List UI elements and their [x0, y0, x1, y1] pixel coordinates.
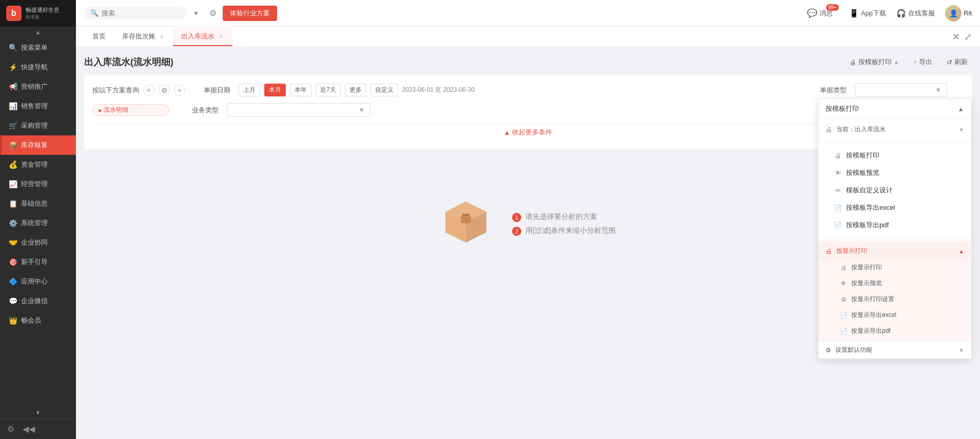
- dropdown-template-preview[interactable]: 👁 按模板预览: [818, 164, 971, 182]
- sidebar-bottom: ⚙ ◀◀: [0, 418, 76, 439]
- step-1-text: 请先选择要分析的方案: [525, 212, 597, 222]
- sidebar-item-guide[interactable]: 🎯 新手引导: [0, 252, 76, 272]
- dropdown-template-excel[interactable]: 📄 按模板导出excel: [818, 199, 971, 216]
- date-filter-label: 单据日期: [204, 86, 234, 95]
- search-dropdown-arrow[interactable]: ▼: [193, 10, 199, 17]
- sidebar-item-finance[interactable]: 💰 资金管理: [0, 155, 76, 174]
- scroll-up-arrow[interactable]: ▲: [0, 27, 76, 38]
- close-inout-flow-tab[interactable]: ×: [218, 33, 224, 40]
- sidebar-item-label: 系统管理: [21, 218, 48, 228]
- sidebar-item-shortcut[interactable]: ⚡ 快捷导航: [0, 57, 76, 77]
- filter-row-header: 按以下方案查询 ＋ ⚙ « 单据日期 上月 本月 本年 近7天 更多 自定义 2…: [92, 83, 964, 97]
- sidebar-item-appcenter[interactable]: 🔷 应用中心: [0, 272, 76, 291]
- active-filter-tag[interactable]: ● 流水明细: [92, 104, 169, 116]
- headset-icon: 🎧: [896, 9, 906, 18]
- dropdown-display-settings[interactable]: ⚙ 按显示打印设置: [818, 291, 971, 307]
- sidebar-item-purchase[interactable]: 🛒 采购管理: [0, 116, 76, 135]
- display-printer-icon: 🖨: [840, 264, 847, 271]
- more-dates-btn[interactable]: 更多: [345, 84, 366, 96]
- sidebar-item-member[interactable]: 👑 畅会员: [0, 311, 76, 330]
- app-badge: 标准版: [26, 14, 60, 21]
- app-download-button[interactable]: 📱 App下载: [849, 9, 886, 18]
- megaphone-icon: 📢: [9, 83, 17, 91]
- close-inventory-batch-tab[interactable]: ×: [159, 33, 165, 40]
- refresh-label: 刷新: [954, 57, 968, 67]
- date-filter-controls: 上月 本月 本年 近7天 更多 自定义 2023-06-01 至 2023-06…: [239, 84, 475, 96]
- last-month-btn[interactable]: 上月: [239, 84, 260, 96]
- search-icon: 🔍: [90, 9, 99, 17]
- dropdown-template-excel-label: 按模板导出excel: [846, 203, 895, 212]
- svg-rect-5: [462, 214, 469, 216]
- chart-icon: 📊: [9, 102, 17, 110]
- dropdown-footer[interactable]: ⚙ 设置默认功能 ▼: [818, 341, 971, 358]
- export-button[interactable]: ↑ 导出: [910, 55, 937, 69]
- sidebar-item-label: 经营管理: [21, 179, 48, 189]
- search-input[interactable]: [102, 9, 173, 17]
- pdf-icon: 📄: [834, 221, 842, 229]
- sidebar-item-sales[interactable]: 📊 销售管理: [0, 96, 76, 116]
- close-window-button[interactable]: ✕: [952, 31, 960, 43]
- tab-home[interactable]: 首页: [84, 28, 114, 46]
- main-area: 🔍 ▼ ⚙ 体验行业方案 💬 消息 99+ 📱 App下载 🎧 在线客服 👤: [76, 0, 980, 439]
- dropdown-current-header[interactable]: 🖨 当前：出入库流水 ▼: [818, 121, 971, 138]
- filter-settings-button[interactable]: ⚙: [159, 85, 170, 96]
- dropdown-display-print[interactable]: 🖨 按显示打印: [818, 260, 971, 275]
- tab-inout-flow[interactable]: 出入库流水 ×: [173, 28, 232, 46]
- customer-service-label: 在线客服: [908, 9, 935, 18]
- page-header: 出入库流水(流水明细) 🖨 按模板打印 ▲ ↑ 导出 ↺ 刷新: [84, 55, 972, 69]
- custom-date-btn[interactable]: 自定义: [370, 84, 398, 96]
- type-filter-select[interactable]: ▼: [855, 83, 947, 97]
- step-1-num: 1: [512, 213, 521, 222]
- filter-controls-row: 按以下方案查询 ＋ ⚙ «: [92, 85, 185, 96]
- industry-solution-button[interactable]: 体验行业方案: [223, 6, 277, 21]
- app-icon: 🔷: [9, 277, 17, 286]
- last-7-days-btn[interactable]: 近7天: [316, 84, 341, 96]
- dropdown-template-custom[interactable]: ✏ 模板自定义设计: [818, 182, 971, 199]
- refresh-button[interactable]: ↺ 刷新: [943, 55, 972, 69]
- display-excel-icon: 📄: [840, 312, 847, 319]
- sidebar-item-search[interactable]: 🔍 搜索菜单: [0, 38, 76, 57]
- dropdown-display-preview[interactable]: 👁 按显示预览: [818, 275, 971, 291]
- sidebar-item-marketing[interactable]: 📢 营销推广: [0, 77, 76, 96]
- sidebar-item-label: 资金管理: [21, 160, 48, 169]
- sidebar-item-basic[interactable]: 📋 基础信息: [0, 194, 76, 213]
- tab-inventory-batch[interactable]: 库存批次账 ×: [114, 28, 173, 46]
- user-profile[interactable]: 👤 Rit: [945, 5, 972, 22]
- sidebar-item-operation[interactable]: 📈 经营管理: [0, 174, 76, 194]
- search-box[interactable]: 🔍: [84, 7, 187, 19]
- scroll-down-arrow[interactable]: ▼: [0, 407, 76, 418]
- dropdown-display-excel[interactable]: 📄 按显示导出excel: [818, 307, 971, 323]
- dropdown-current-section: 🖨 当前：出入库流水 ▼: [818, 119, 971, 140]
- this-month-btn[interactable]: 本月: [264, 84, 286, 96]
- print-template-button[interactable]: 🖨 按模板打印 ▲: [846, 55, 904, 69]
- dropdown-divider-2: [818, 238, 971, 238]
- biz-type-select[interactable]: ▼: [227, 103, 370, 117]
- filter-add-button[interactable]: ＋: [143, 85, 154, 96]
- excel-icon: 📄: [834, 204, 842, 212]
- customer-service-button[interactable]: 🎧 在线客服: [896, 9, 935, 18]
- message-button[interactable]: 💬 消息 99+: [807, 8, 833, 18]
- biz-type-label: 业务类型: [192, 106, 223, 115]
- gear-icon[interactable]: ⚙: [209, 8, 217, 18]
- filter-section-title: 按以下方案查询: [92, 86, 139, 95]
- dropdown-display-header[interactable]: 🖨 按显示打印 ▲: [818, 243, 971, 260]
- dropdown-template-print[interactable]: 🖨 按模板打印: [818, 147, 971, 164]
- settings-bottom-icon[interactable]: ⚙: [7, 424, 14, 434]
- sidebar-item-system[interactable]: ⚙️ 系统管理: [0, 213, 76, 233]
- tag-icon: ●: [98, 107, 102, 114]
- type-filter-label: 单据类型: [820, 86, 851, 95]
- collapse-icon[interactable]: ◀◀: [23, 424, 35, 434]
- maximize-window-button[interactable]: ⤢: [964, 31, 972, 43]
- sidebar-item-label: 营销推广: [21, 82, 48, 91]
- dropdown-close-chevron[interactable]: ▲: [957, 105, 964, 113]
- dropdown-template-pdf[interactable]: 📄 按模板导出pdf: [818, 216, 971, 234]
- sidebar-item-wechat[interactable]: 💬 企业微信: [0, 291, 76, 311]
- this-year-btn[interactable]: 本年: [290, 84, 311, 96]
- filter-collapse-btn[interactable]: «: [174, 85, 185, 96]
- clipboard-icon: 📋: [9, 199, 17, 208]
- print-chevron-up: ▲: [894, 59, 899, 65]
- sidebar-item-collab[interactable]: 🤝 企业协同: [0, 233, 76, 252]
- dropdown-display-pdf[interactable]: 📄 按显示导出pdf: [818, 323, 971, 339]
- settings-icon: ⚙️: [9, 219, 17, 227]
- sidebar-item-inventory[interactable]: 📦 库存核算: [0, 135, 76, 155]
